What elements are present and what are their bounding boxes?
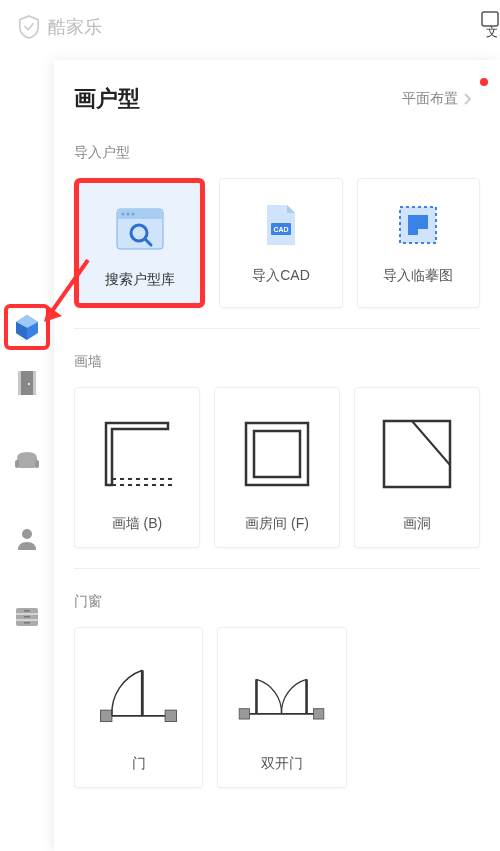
svg-line-28 [412, 421, 450, 465]
section-import: 导入户型 搜索户型库 [74, 144, 480, 329]
layout-mode-label: 平面布置 [402, 90, 458, 108]
svg-rect-30 [165, 710, 176, 721]
card-search-library[interactable]: 搜索户型库 [74, 178, 205, 308]
card-single-door[interactable]: 门 [74, 627, 203, 788]
panel-header: 画户型 平面布置 [74, 84, 480, 114]
svg-rect-25 [246, 423, 308, 485]
card-label: 门 [132, 755, 146, 773]
card-label: 双开门 [261, 755, 303, 773]
layout-mode-button[interactable]: 平面布置 [394, 86, 480, 112]
card-draw-wall[interactable]: 画墙 (B) [74, 387, 200, 548]
card-import-cad[interactable]: CAD 导入CAD [219, 178, 342, 308]
card-label: 导入CAD [252, 267, 310, 285]
chevron-right-icon [462, 92, 472, 106]
sidebar-item-user[interactable] [4, 516, 50, 562]
svg-rect-26 [254, 431, 300, 477]
opening-icon [370, 406, 465, 501]
browser-search-icon [113, 201, 167, 257]
wall-card-grid: 画墙 (B) 画房间 (F) 画洞 [74, 387, 480, 548]
svg-text:CAD: CAD [273, 226, 288, 233]
svg-rect-11 [24, 616, 30, 618]
person-icon [16, 527, 38, 551]
section-import-title: 导入户型 [74, 144, 480, 162]
svg-point-3 [28, 383, 30, 385]
brand-name: 酷家乐 [48, 15, 102, 39]
svg-point-6 [22, 529, 32, 539]
card-draw-room[interactable]: 画房间 (F) [214, 387, 340, 548]
card-label: 画墙 (B) [112, 515, 163, 533]
sidebar-item-furniture[interactable] [4, 438, 50, 484]
svg-rect-5 [35, 460, 39, 468]
left-sidebar [0, 54, 54, 851]
sidebar-item-floorplan[interactable] [4, 304, 50, 350]
sidebar-item-cabinet[interactable] [4, 594, 50, 640]
section-door: 门窗 门 [74, 593, 480, 808]
import-card-grid: 搜索户型库 CAD 导入CAD [74, 178, 480, 308]
section-wall: 画墙 画墙 (B) 画房间 [74, 353, 480, 569]
card-label: 画房间 (F) [245, 515, 309, 533]
wall-line-icon [90, 406, 185, 501]
section-door-title: 门窗 [74, 593, 480, 611]
card-label: 搜索户型库 [105, 271, 175, 289]
svg-rect-29 [101, 710, 112, 721]
svg-rect-4 [15, 460, 19, 468]
card-draw-opening[interactable]: 画洞 [354, 387, 480, 548]
card-label: 导入临摹图 [383, 267, 453, 285]
sofa-icon [13, 450, 41, 472]
app-header: 酷家乐 文 [0, 0, 500, 54]
home-3d-icon [12, 312, 42, 342]
cad-file-icon: CAD [261, 197, 301, 253]
card-import-trace[interactable]: 导入临摹图 [357, 178, 480, 308]
header-right-cut: 文 [480, 10, 500, 50]
logo-shield-icon [18, 15, 48, 39]
double-door-icon [234, 646, 329, 741]
section-wall-title: 画墙 [74, 353, 480, 371]
cabinet-icon [14, 606, 40, 628]
card-label: 画洞 [403, 515, 431, 533]
svg-point-15 [121, 213, 124, 216]
main-panel: 画户型 平面布置 导入户型 [54, 60, 500, 851]
door-icon [15, 369, 39, 397]
svg-rect-33 [240, 708, 250, 718]
page-title: 画户型 [74, 84, 140, 114]
svg-rect-2 [21, 371, 33, 395]
svg-rect-12 [24, 622, 30, 624]
card-double-door[interactable]: 双开门 [217, 627, 346, 788]
door-card-grid: 门 双开门 [74, 627, 480, 788]
svg-point-16 [126, 213, 129, 216]
trace-image-icon [396, 197, 440, 253]
single-door-icon [91, 646, 186, 741]
svg-rect-10 [24, 610, 30, 612]
svg-rect-34 [314, 708, 324, 718]
card-placeholder [361, 627, 480, 788]
room-rect-icon [230, 406, 325, 501]
svg-point-17 [131, 213, 134, 216]
sidebar-item-door[interactable] [4, 360, 50, 406]
